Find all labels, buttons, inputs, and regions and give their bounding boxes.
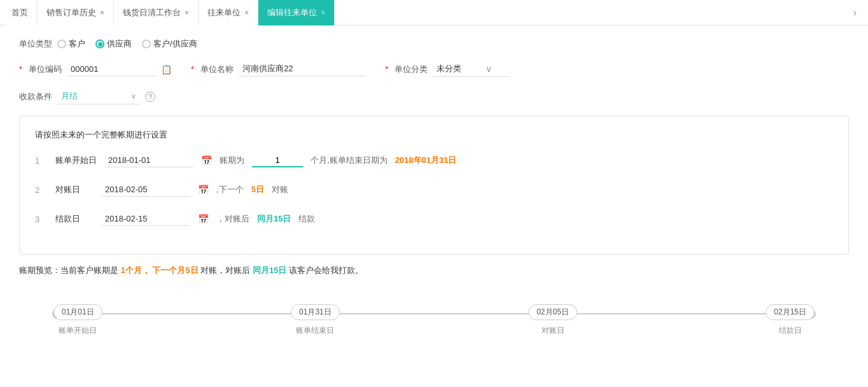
period-start-calendar-icon[interactable]: 📅 [201,155,212,165]
timeline-label-3: 对账日 [542,325,564,336]
preview-part1: 1个月， [121,265,150,275]
unit-type-field: 单位类型 客户 供应商 客户/供应商 [19,38,197,50]
tab-counterparty[interactable]: 往来单位 × [199,0,258,25]
period-row-3: 3 结款日 📅 ，对账后 同月15日 结款 [35,212,833,226]
unit-category-dropdown[interactable]: 未分类 ∨ [433,61,509,77]
payment-desc-prefix: ，对账后 [216,213,249,225]
tab-home[interactable]: 首页 [5,0,38,25]
tab-close-sales[interactable]: × [100,8,104,17]
unit-info-row: * 单位编码 📋 * 单位名称 * 单位分类 未分类 ∨ [19,61,849,77]
reconcile-date-input[interactable] [101,183,190,197]
payment-terms-help-icon[interactable]: ? [145,92,155,102]
payment-terms-value: 月结 [61,90,78,102]
period-months-input[interactable] [252,154,303,167]
period-card-title: 请按照未来的一个完整帐期进行设置 [35,129,833,141]
timeline-bubble-4: 02月15日 [766,304,815,320]
main-content: 单位类型 客户 供应商 客户/供应商 * 单位编码 [0,25,868,387]
period-start-date-input[interactable] [104,153,193,167]
payment-day-highlight: 同月15日 [257,213,291,225]
period-unit-text: 个月,账单结束日期为 [311,155,388,166]
reconcile-day-highlight: 5日 [251,184,264,195]
radio-both[interactable]: 客户/供应商 [142,38,197,50]
unit-type-row: 单位类型 客户 供应商 客户/供应商 [19,38,849,50]
unit-type-radio-group: 客户 供应商 客户/供应商 [57,38,197,50]
payment-terms-select[interactable]: 月结 ∨ [57,88,140,104]
preview-part3: 对账，对账后 [200,265,250,275]
tab-sales-history[interactable]: 销售订单历史 × [38,0,114,25]
period-row-3-label: 结款日 [55,213,94,225]
period-row-2-num: 2 [35,185,48,195]
reconcile-desc-suffix: 对账 [272,184,288,195]
unit-name-field: * 单位名称 [191,62,366,76]
reconcile-desc-prefix: ,下一个 [216,184,244,195]
unit-code-field: * 单位编码 📋 [19,62,172,76]
payment-date-input[interactable] [101,212,190,226]
timeline-section: 01月01日 账单开始日 01月31日 账单结束日 02月05日 对账日 02月… [19,292,849,381]
reconcile-calendar-icon[interactable]: 📅 [198,185,209,195]
tab-close-cash[interactable]: × [185,8,189,17]
payment-calendar-icon[interactable]: 📅 [198,214,209,224]
period-label-text: 账期为 [220,155,244,166]
timeline-node-3: 02月05日 对账日 [528,304,577,336]
tab-close-edit[interactable]: × [321,8,325,17]
timeline-label-2: 账单结束日 [296,325,334,336]
period-row-2-label: 对账日 [55,184,94,195]
unit-category-field: * 单位分类 未分类 ∨ [385,61,509,77]
payment-terms-row: 收款条件 月结 ∨ ? [19,88,849,104]
timeline-node-1: 01月01日 账单开始日 [53,304,102,336]
unit-name-input[interactable] [239,62,366,76]
timeline-bubble-1: 01月01日 [53,304,102,320]
radio-supplier-circle [95,39,104,48]
cat-required-star: * [385,64,388,74]
preview-part4: 同月15日 [253,265,286,275]
radio-customer-circle [57,39,66,48]
radio-customer[interactable]: 客户 [57,38,85,50]
unit-type-label: 单位类型 [19,38,52,50]
payment-terms-field: 收款条件 月结 ∨ ? [19,88,155,104]
period-row-1-label: 账单开始日 [55,155,97,166]
radio-supplier[interactable]: 供应商 [95,38,132,50]
tab-close-counterparty[interactable]: × [244,8,249,17]
period-row-3-num: 3 [35,215,48,224]
timeline-label-4: 结款日 [779,325,802,336]
timeline-label-1: 账单开始日 [59,325,97,336]
unit-category-label: 单位分类 [395,64,428,75]
category-arrow-icon: ∨ [486,64,492,74]
unit-name-label: 单位名称 [200,64,234,75]
radio-supplier-label: 供应商 [107,38,132,50]
preview-part2: 下一个月5日 [152,265,198,275]
payment-terms-arrow-icon: ∨ [131,92,136,101]
preview-suffix: 该客户会给我打款。 [289,265,363,275]
radio-both-circle [142,39,151,48]
period-end-date: 2018年01月31日 [395,155,457,166]
radio-both-label: 客户/供应商 [153,38,197,50]
period-row-1-num: 1 [35,156,48,165]
payment-terms-label: 收款条件 [19,91,52,102]
preview-prefix: 账期预览：当前客户账期是 [19,265,118,275]
unit-code-input[interactable] [67,62,156,76]
unit-code-label: 单位编码 [29,64,62,75]
period-row-1: 1 账单开始日 📅 账期为 个月,账单结束日期为 2018年01月31日 [35,153,833,167]
payment-desc-suffix: 结款 [298,213,315,225]
radio-customer-label: 客户 [69,38,85,50]
timeline-node-4: 02月15日 结款日 [766,304,815,336]
preview-section: 账期预览：当前客户账期是 1个月， 下一个月5日 对账，对账后 同月15日 该客… [19,265,849,276]
unit-category-value: 未分类 [437,63,461,74]
period-settings-card: 请按照未来的一个完整帐期进行设置 1 账单开始日 📅 账期为 个月,账单结束日期… [19,116,849,255]
timeline-bubble-3: 02月05日 [528,304,577,320]
tab-bar: 首页 销售订单历史 × 钱货日清工作台 × 往来单位 × 编辑往来单位 × › [0,0,868,25]
tab-edit-counterparty[interactable]: 编辑往来单位 × [258,0,335,25]
period-row-2: 2 对账日 📅 ,下一个 5日 对账 [35,183,833,197]
code-required-star: * [19,64,22,74]
tab-cash-work[interactable]: 钱货日清工作台 × [114,0,199,25]
timeline-node-2: 01月31日 账单结束日 [291,304,340,336]
name-required-star: * [191,64,194,74]
unit-code-copy-icon[interactable]: 📋 [161,64,172,74]
tab-more-button[interactable]: › [847,7,863,18]
timeline-bubble-2: 01月31日 [291,304,340,320]
